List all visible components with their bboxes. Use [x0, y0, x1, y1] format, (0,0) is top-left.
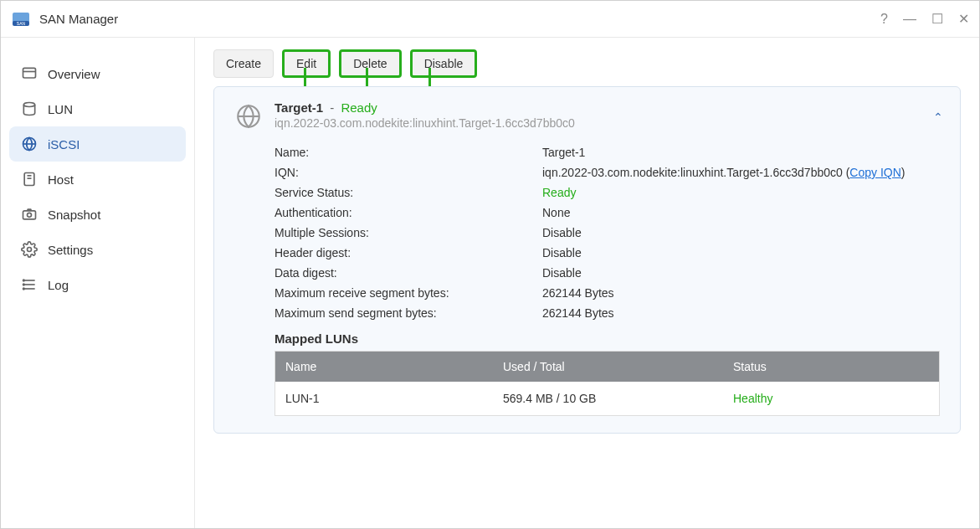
sidebar-item-label: Host: [48, 172, 74, 187]
svg-rect-11: [23, 211, 36, 219]
main-content: Create Edit Delete Disable 1 2 3 Target-…: [195, 38, 979, 528]
maximize-icon[interactable]: ☐: [931, 11, 943, 27]
sidebar-item-overview[interactable]: Overview: [9, 56, 186, 91]
delete-button[interactable]: Delete: [339, 49, 401, 78]
prop-value-service-status: Ready: [542, 186, 576, 199]
overview-icon: [21, 65, 38, 82]
title-bar: SAN SAN Manager ? — ☐ ✕: [1, 1, 979, 38]
svg-point-17: [23, 280, 25, 281]
create-button[interactable]: Create: [213, 49, 274, 78]
prop-value-multiple-sessions: Disable: [542, 226, 582, 239]
disable-button[interactable]: Disable: [410, 49, 478, 78]
sidebar-item-label: Overview: [48, 67, 100, 81]
prop-value-iqn: iqn.2022-03.com.nodekite:linuxhint.Targe…: [542, 166, 906, 179]
svg-point-19: [23, 288, 25, 290]
svg-point-12: [28, 213, 32, 217]
svg-point-13: [28, 248, 32, 252]
target-card: Target-1 - Ready iqn.2022-03.com.nodekit…: [213, 86, 961, 434]
prop-value-name: Target-1: [542, 146, 585, 159]
svg-text:SAN: SAN: [17, 21, 26, 26]
prop-label-name: Name:: [275, 146, 542, 159]
cell-lun-name: LUN-1: [275, 392, 493, 405]
sidebar-item-label: LUN: [48, 102, 73, 116]
svg-rect-3: [23, 68, 36, 78]
app-title: SAN Manager: [39, 12, 880, 26]
col-header-status: Status: [723, 360, 939, 373]
prop-value-max-recv: 262144 Bytes: [542, 286, 614, 300]
cell-lun-used: 569.4 MB / 10 GB: [493, 392, 723, 405]
sidebar-item-label: Snapshot: [48, 208, 100, 222]
prop-label-iqn: IQN:: [275, 166, 542, 179]
toolbar: Create Edit Delete Disable: [213, 49, 961, 78]
target-iqn-subtitle: iqn.2022-03.com.nodekite:linuxhint.Targe…: [275, 116, 575, 130]
iscsi-icon: [21, 136, 38, 152]
prop-label-authentication: Authentication:: [275, 206, 542, 219]
cell-lun-status: Healthy: [723, 392, 939, 405]
minimize-icon[interactable]: —: [903, 12, 916, 27]
sidebar-item-label: Settings: [48, 243, 93, 257]
prop-value-header-digest: Disable: [542, 246, 582, 259]
prop-label-service-status: Service Status:: [275, 186, 542, 199]
app-icon: SAN: [11, 9, 31, 29]
collapse-icon[interactable]: ⌃: [933, 110, 943, 124]
svg-point-5: [23, 103, 34, 107]
log-icon: [21, 276, 38, 293]
sidebar: Overview LUN iSCSI Host Snapshot Setting…: [1, 38, 195, 528]
gear-icon: [21, 241, 38, 258]
sidebar-item-label: Log: [48, 278, 69, 292]
target-status: Ready: [341, 100, 377, 115]
sidebar-item-lun[interactable]: LUN: [9, 91, 186, 126]
col-header-name: Name: [275, 360, 493, 373]
prop-value-data-digest: Disable: [542, 266, 582, 280]
close-icon[interactable]: ✕: [958, 11, 969, 27]
table-row[interactable]: LUN-1 569.4 MB / 10 GB Healthy: [275, 382, 939, 415]
sidebar-item-settings[interactable]: Settings: [9, 232, 186, 267]
snapshot-icon: [21, 206, 38, 223]
host-icon: [21, 171, 38, 187]
prop-label-multiple-sessions: Multiple Sessions:: [275, 226, 542, 239]
prop-label-max-send: Maximum send segment bytes:: [275, 306, 542, 320]
copy-iqn-link[interactable]: Copy IQN: [849, 166, 900, 179]
prop-label-header-digest: Header digest:: [275, 246, 542, 259]
lun-icon: [21, 100, 38, 117]
sidebar-item-log[interactable]: Log: [9, 267, 186, 302]
target-name: Target-1: [275, 100, 323, 115]
prop-value-max-send: 262144 Bytes: [542, 306, 614, 320]
help-icon[interactable]: ?: [880, 12, 888, 27]
sidebar-item-iscsi[interactable]: iSCSI: [9, 126, 186, 162]
globe-icon: [234, 102, 263, 131]
svg-point-18: [23, 284, 25, 285]
prop-value-authentication: None: [542, 206, 570, 219]
sidebar-item-snapshot[interactable]: Snapshot: [9, 197, 186, 232]
edit-button[interactable]: Edit: [282, 49, 331, 78]
col-header-used: Used / Total: [493, 360, 723, 373]
sidebar-item-host[interactable]: Host: [9, 162, 186, 197]
sidebar-item-label: iSCSI: [48, 137, 80, 152]
prop-label-max-recv: Maximum receive segment bytes:: [275, 286, 542, 300]
target-title: Target-1 - Ready: [275, 100, 575, 115]
mapped-luns-table: Name Used / Total Status LUN-1 569.4 MB …: [275, 351, 940, 416]
prop-label-data-digest: Data digest:: [275, 266, 542, 280]
mapped-luns-title: Mapped LUNs: [275, 331, 940, 346]
